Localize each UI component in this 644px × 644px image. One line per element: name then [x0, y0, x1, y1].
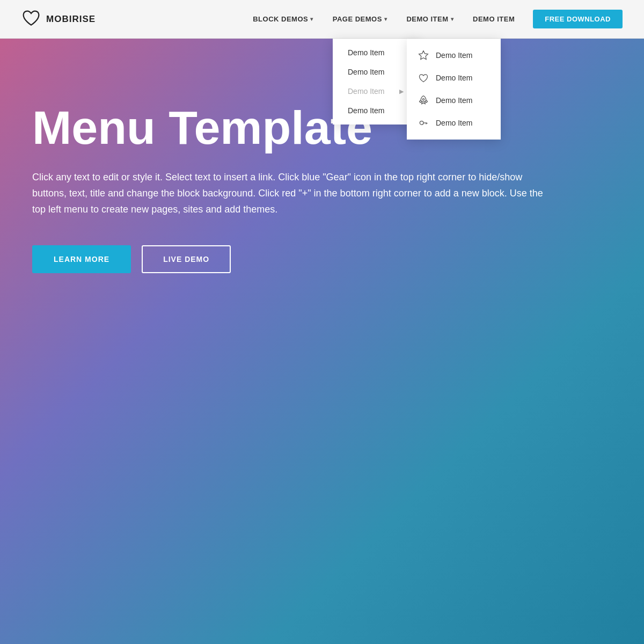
dropdown-secondary-menu: Demo Item Demo Item Demo Item	[407, 39, 501, 140]
hero-buttons: LEARN MORE LIVE DEMO	[32, 245, 612, 273]
heart-icon	[418, 72, 429, 84]
free-download-button[interactable]: FREE DOWNLOAD	[533, 10, 623, 28]
heart-icon	[21, 9, 41, 30]
chevron-down-icon: ▾	[384, 16, 387, 22]
nav-block-demos[interactable]: BLOCK DEMOS ▾	[245, 11, 321, 27]
nav-links: BLOCK DEMOS ▾ PAGE DEMOS ▾ DEMO ITEM ▾ D…	[245, 10, 623, 28]
navbar: MOBIRISE BLOCK DEMOS ▾ PAGE DEMOS ▾ DEMO…	[0, 0, 644, 39]
nav-page-demos[interactable]: PAGE DEMOS ▾	[325, 11, 395, 27]
dropdown-sub-item-2[interactable]: Demo Item	[407, 67, 501, 89]
chevron-right-icon: ▶	[399, 88, 404, 95]
svg-point-2	[420, 121, 423, 125]
dropdown-item-1[interactable]: Demo Item	[333, 43, 419, 62]
svg-marker-0	[419, 51, 428, 60]
brand[interactable]: MOBIRISE	[21, 9, 96, 30]
dropdown-item-3[interactable]: Demo Item ▶	[333, 82, 419, 101]
learn-more-button[interactable]: LEARN MORE	[32, 245, 131, 273]
dropdown-sub-item-4[interactable]: Demo Item	[407, 112, 501, 134]
key-icon	[418, 117, 429, 129]
dropdown-sub-item-3[interactable]: Demo Item	[407, 89, 501, 112]
nav-demo-item-2[interactable]: DEMO ITEM	[465, 11, 522, 27]
chevron-down-icon: ▾	[310, 16, 313, 22]
dropdown-item-2[interactable]: Demo Item	[333, 62, 419, 82]
hero-section: Menu Template Click any text to edit or …	[0, 39, 644, 644]
chevron-down-icon: ▾	[451, 16, 454, 22]
star-icon	[418, 49, 429, 61]
rocket-icon	[418, 94, 429, 106]
brand-name: MOBIRISE	[46, 14, 96, 25]
svg-point-1	[422, 99, 424, 100]
dropdown-primary-menu: Demo Item Demo Item Demo Item ▶ Demo Ite…	[333, 39, 419, 125]
dropdown-sub-item-1[interactable]: Demo Item	[407, 44, 501, 67]
live-demo-button[interactable]: LIVE DEMO	[142, 245, 231, 273]
hero-description: Click any text to edit or style it. Sele…	[32, 170, 558, 217]
dropdown-item-4[interactable]: Demo Item	[333, 101, 419, 120]
nav-demo-item-1[interactable]: DEMO ITEM ▾	[399, 11, 461, 27]
